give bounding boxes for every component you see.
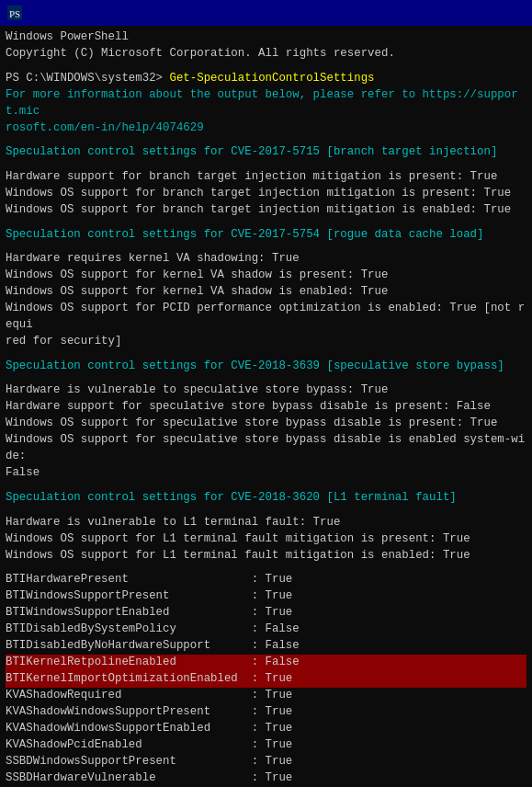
terminal-line: KVAShadowWindowsSupportPresent : True [6, 704, 526, 721]
close-button[interactable] [495, 0, 525, 26]
terminal-line: Windows OS support for PCID performance … [6, 301, 526, 334]
maximize-button[interactable] [466, 0, 495, 26]
terminal-line: BTIWindowsSupportPresent : True [6, 588, 526, 605]
terminal-line [6, 63, 526, 71]
terminal-line: Windows OS support for L1 terminal fault… [6, 548, 526, 565]
terminal-line: Speculation control settings for CVE-201… [6, 227, 526, 244]
terminal-line: BTIDisabledByNoHardwareSupport : False [6, 638, 526, 655]
terminal-line: Hardware support for speculative store b… [6, 399, 526, 416]
terminal-line: BTIKernelImportOptimizationEnabled : Tru… [6, 671, 526, 688]
svg-text:PS: PS [9, 8, 20, 19]
terminal-line: Windows OS support for branch target inj… [6, 186, 526, 202]
terminal-line: Speculation control settings for CVE-201… [6, 359, 526, 375]
terminal-line: Hardware requires kernel VA shadowing: T… [6, 251, 526, 268]
terminal-line: Windows OS support for kernel VA shadow … [6, 268, 526, 284]
terminal-line [6, 350, 526, 359]
terminal-line: Windows PowerShell [6, 29, 526, 46]
terminal-line: KVAShadowWindowsSupportEnabled : True [6, 721, 526, 737]
terminal-line [6, 565, 526, 573]
terminal-line: BTIWindowsSupportEnabled : True [6, 605, 526, 622]
terminal-line [6, 482, 526, 490]
terminal-body[interactable]: Windows PowerShellCopyright (C) Microsof… [0, 26, 532, 787]
terminal-line [6, 161, 526, 169]
terminal-line: PS C:\WINDOWS\system32> Get-SpeculationC… [6, 71, 526, 87]
terminal-line: Speculation control settings for CVE-201… [6, 490, 526, 507]
terminal-line: For more information about the output be… [6, 87, 526, 120]
terminal-line: BTIHardwarePresent : True [6, 572, 526, 588]
terminal-line: Hardware is vulnerable to speculative st… [6, 382, 526, 399]
terminal-line [6, 375, 526, 383]
terminal-line: rosoft.com/en-in/help/4074629 [6, 120, 526, 137]
title-bar: PS [0, 0, 532, 26]
terminal-line: Copyright (C) Microsoft Corporation. All… [6, 46, 526, 63]
terminal-line: Hardware support for branch target injec… [6, 169, 526, 186]
terminal-line [6, 137, 526, 145]
terminal-line: Windows OS support for L1 terminal fault… [6, 531, 526, 548]
terminal-line: Windows OS support for speculative store… [6, 432, 526, 465]
terminal-line: Windows OS support for branch target inj… [6, 202, 526, 219]
terminal-line [6, 219, 526, 227]
terminal-line: Hardware is vulnerable to L1 terminal fa… [6, 515, 526, 531]
terminal-line: KVAShadowPcidEnabled : True [6, 737, 526, 754]
terminal-line: Speculation control settings for CVE-201… [6, 144, 526, 161]
powershell-icon: PS [7, 6, 22, 20]
terminal-line: Windows OS support for kernel VA shadow … [6, 284, 526, 301]
terminal-line: KVAShadowRequired : True [6, 688, 526, 704]
minimize-button[interactable] [436, 0, 466, 26]
window: PS Windows PowerShellCopyright (C) Micro… [0, 0, 532, 787]
terminal-line: SSBDHardwareVulnerable : True [6, 770, 526, 787]
terminal-line: BTIKernelRetpolineEnabled : False [6, 655, 526, 671]
command-text: Get-SpeculationControlSettings [169, 72, 374, 85]
terminal-line [6, 507, 526, 515]
terminal-line [6, 244, 526, 252]
terminal-line: False [6, 465, 526, 482]
terminal-line: red for security] [6, 334, 526, 350]
terminal-line: BTIDisabledBySystemPolicy : False [6, 622, 526, 638]
terminal-line: Windows OS support for speculative store… [6, 416, 526, 432]
terminal-line: SSBDWindowsSupportPresent : True [6, 754, 526, 770]
title-bar-controls [436, 0, 525, 26]
